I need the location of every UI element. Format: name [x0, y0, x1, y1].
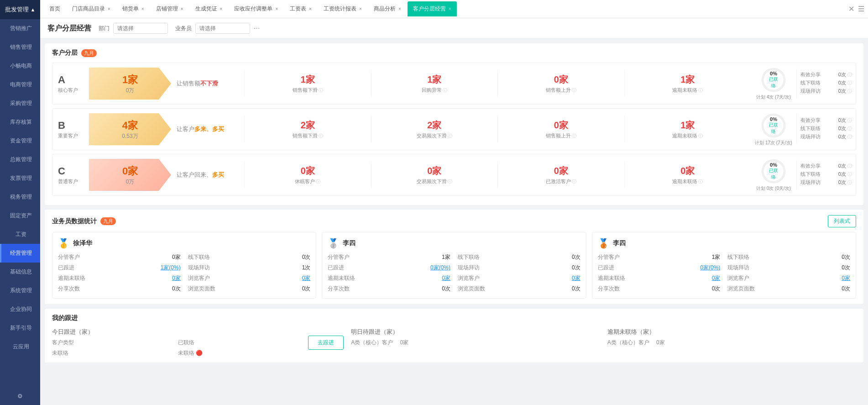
side-stat-info-icon[interactable]: ⓘ	[847, 118, 852, 123]
tab-生成凭证[interactable]: 生成凭证×	[190, 1, 228, 16]
sales-select[interactable]	[195, 23, 250, 34]
side-stat-line: 线下联络0次 ⓘ	[800, 79, 852, 86]
filter-more-icon[interactable]: ···	[254, 24, 260, 32]
tab-menu-icon[interactable]: ☰	[858, 5, 864, 13]
stat-count[interactable]: 1家	[627, 74, 749, 86]
info-icon[interactable]: ⓘ	[572, 87, 576, 94]
stat-count[interactable]: 0家	[500, 74, 622, 86]
tab-工资统计报表[interactable]: 工资统计报表×	[318, 1, 367, 16]
tab-close-销货单[interactable]: ×	[141, 6, 144, 11]
stat-count[interactable]: 2家	[373, 119, 496, 131]
go-followup-button[interactable]: 去跟进	[308, 336, 344, 350]
tab-close-应收应付调整单[interactable]: ×	[275, 6, 278, 11]
sidebar-item-电商管理[interactable]: 电商管理	[0, 75, 40, 94]
sidebar-settings[interactable]: ⚙	[0, 387, 40, 405]
staff-stat-val[interactable]: 0家	[302, 274, 311, 282]
side-stat-info-icon[interactable]: ⓘ	[847, 72, 852, 77]
tab-客户分层经营[interactable]: 客户分层经营×	[408, 1, 457, 16]
tab-close-工资表[interactable]: ×	[309, 6, 312, 11]
sidebar-item-税务管理[interactable]: 税务管理	[0, 188, 40, 206]
side-stat-info-icon[interactable]: ⓘ	[847, 134, 852, 139]
tab-close-工资统计报表[interactable]: ×	[359, 6, 362, 11]
info-icon[interactable]: ⓘ	[698, 87, 703, 94]
staff-stat-val[interactable]: 1家(0%)	[161, 264, 181, 272]
tab-门店商品目录[interactable]: 门店商品目录×	[67, 1, 116, 16]
tab-close-店铺管理[interactable]: ×	[181, 6, 183, 11]
side-stat-val: 0次 ⓘ	[838, 171, 852, 178]
sidebar-item-工资[interactable]: 工资	[0, 225, 40, 244]
info-icon[interactable]: ⓘ	[443, 87, 447, 94]
staff-stat-val[interactable]: 0家	[172, 274, 181, 282]
sidebar-item-系统管理[interactable]: 系统管理	[0, 281, 40, 300]
staff-stat-val[interactable]: 0家	[842, 274, 850, 282]
tab-close-商品分析[interactable]: ×	[398, 6, 401, 11]
side-stat-info-icon[interactable]: ⓘ	[847, 89, 852, 94]
side-stat-val: 0次 ⓘ	[838, 88, 852, 95]
followup-section-title: 我的跟进	[52, 314, 78, 322]
tab-close-all-icon[interactable]: ✕	[848, 5, 854, 13]
staff-stat-val[interactable]: 0家	[442, 274, 450, 282]
sidebar-item-采购管理[interactable]: 采购管理	[0, 94, 40, 113]
sidebar-item-固定资产[interactable]: 固定资产	[0, 206, 40, 225]
stat-count[interactable]: 0家	[373, 165, 496, 177]
sidebar-item-销售管理[interactable]: 销售管理	[0, 38, 40, 57]
list-view-button[interactable]: 列表式	[828, 215, 856, 227]
stat-count[interactable]: 0家	[246, 165, 369, 177]
tab-销货单[interactable]: 销货单×	[117, 1, 150, 16]
stat-count[interactable]: 0家	[500, 119, 622, 131]
sidebar-header[interactable]: 批发管理 ▲	[0, 0, 40, 19]
info-icon[interactable]: ⓘ	[316, 179, 320, 185]
stat-count[interactable]: 2家	[246, 119, 369, 131]
stat-count[interactable]: 1家	[246, 74, 369, 86]
stat-count[interactable]: 0家	[500, 165, 622, 177]
stat-count[interactable]: 1家	[373, 74, 496, 86]
dept-select[interactable]	[113, 23, 168, 34]
tab-商品分析[interactable]: 商品分析×	[368, 1, 407, 16]
staff-stat-key: 分享次数	[598, 285, 620, 293]
info-icon[interactable]: ⓘ	[448, 133, 452, 139]
tab-close-生成凭证[interactable]: ×	[220, 6, 223, 11]
sidebar-item-营销推广[interactable]: 营销推广	[0, 19, 40, 38]
sidebar-item-资金管理[interactable]: 资金管理	[0, 131, 40, 150]
staff-stat-val[interactable]: 0家	[712, 274, 721, 282]
staff-stat-val: 0次	[572, 253, 580, 261]
side-stat-info-icon[interactable]: ⓘ	[847, 80, 852, 85]
info-icon[interactable]: ⓘ	[572, 133, 576, 139]
side-stat-info-icon[interactable]: ⓘ	[847, 172, 852, 177]
tab-应收应付调整单[interactable]: 应收应付调整单×	[229, 1, 283, 16]
staff-stat-key: 浏览客户	[727, 274, 749, 282]
sidebar-item-小畅电商[interactable]: 小畅电商	[0, 57, 40, 75]
staff-stat-val[interactable]: 0家(0%)	[700, 264, 720, 272]
info-icon[interactable]: ⓘ	[698, 133, 703, 139]
tab-店铺管理[interactable]: 店铺管理×	[151, 1, 189, 16]
sidebar-item-云应用[interactable]: 云应用	[0, 337, 40, 356]
info-icon[interactable]: ⓘ	[319, 87, 323, 94]
info-icon[interactable]: ⓘ	[319, 133, 323, 139]
tab-close-客户分层经营[interactable]: ×	[449, 6, 451, 11]
side-stat-info-icon[interactable]: ⓘ	[847, 180, 852, 185]
sidebar-item-库存核算[interactable]: 库存核算	[0, 113, 40, 131]
sidebar-collapse-icon[interactable]: ▲	[31, 7, 36, 12]
staff-stat-val[interactable]: 0家(0%)	[430, 264, 450, 272]
info-icon[interactable]: ⓘ	[572, 179, 576, 185]
stat-count[interactable]: 0家	[627, 165, 749, 177]
staff-stat-val: 1家	[442, 253, 450, 261]
tier-count-A: 1家	[122, 73, 138, 87]
tab-首页[interactable]: 首页	[44, 1, 66, 16]
sidebar-item-发票管理[interactable]: 发票管理	[0, 169, 40, 188]
staff-stat-val[interactable]: 0家	[572, 274, 580, 282]
side-stat-info-icon[interactable]: ⓘ	[847, 126, 852, 131]
sidebar-item-总账管理[interactable]: 总账管理	[0, 150, 40, 169]
sidebar-item-经营管理[interactable]: 经营管理	[0, 244, 40, 263]
stat-count[interactable]: 1家	[627, 119, 749, 131]
sidebar-item-新手引导[interactable]: 新手引导	[0, 319, 40, 337]
sidebar-item-基础信息[interactable]: 基础信息	[0, 263, 40, 281]
stat-label: 销售额上升 ⓘ	[500, 132, 622, 139]
info-icon[interactable]: ⓘ	[448, 179, 452, 185]
staff-section-title: 业务员数据统计	[52, 217, 97, 226]
tab-close-门店商品目录[interactable]: ×	[108, 6, 110, 11]
info-icon[interactable]: ⓘ	[698, 179, 703, 185]
sidebar-item-企业协同[interactable]: 企业协同	[0, 300, 40, 319]
tab-工资表[interactable]: 工资表×	[284, 1, 317, 16]
side-stat-info-icon[interactable]: ⓘ	[847, 163, 852, 168]
